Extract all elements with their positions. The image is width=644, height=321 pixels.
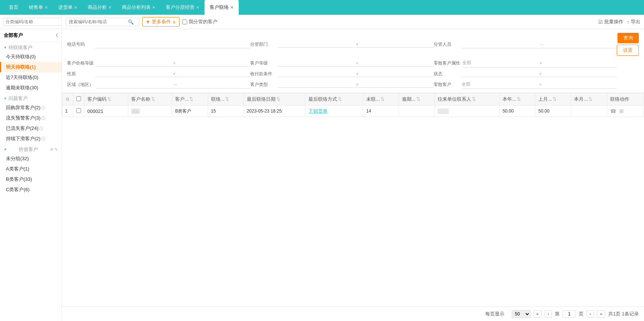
page-size-label: 每页显示 <box>485 311 504 317</box>
sort-icon[interactable]: ⇅ <box>588 96 592 102</box>
filter-row-2: 客户价格等级 ∨ 客户等级 ∨ 零散客户属性 全部 <box>67 59 639 68</box>
sidebar-item-overdue[interactable]: 逾期未联络(30) <box>0 83 62 93</box>
page-input[interactable] <box>563 310 576 318</box>
nav-item-customer-tier[interactable]: 客户分层经营 ✕ <box>161 0 204 15</box>
more-icon[interactable]: ··· <box>174 82 251 87</box>
td-last-date: 2023-05-23 18:25: <box>244 106 305 117</box>
sidebar-item-churned[interactable]: 已流失客户(24) ⓘ <box>0 123 62 134</box>
nav-item-home[interactable]: 首页 <box>4 0 24 15</box>
sidebar-group-title-pending: 待联络客户 <box>0 42 62 52</box>
td-check[interactable] <box>73 106 84 117</box>
filter-select-retail-attr[interactable]: 全部 ∨ <box>462 59 617 68</box>
my-customers-checkbox[interactable] <box>182 20 187 24</box>
info-icon: ⓘ <box>39 126 43 131</box>
grid-icon[interactable]: ⊞ <box>619 108 624 114</box>
last-page-btn[interactable]: » <box>597 310 605 318</box>
sidebar-item-ungrouped[interactable]: 未分组(32) <box>0 153 62 164</box>
query-button[interactable]: 查询 <box>617 33 639 43</box>
close-icon[interactable]: ✕ <box>196 5 199 10</box>
sort-icon[interactable]: ⇅ <box>553 96 557 102</box>
sort-icon[interactable]: ⇅ <box>472 96 476 102</box>
filter-select-nature[interactable]: ∨ <box>95 70 250 77</box>
first-page-btn[interactable]: « <box>533 310 542 318</box>
close-icon[interactable]: ✕ <box>152 5 155 10</box>
sidebar-item-week-pending[interactable]: 近7天待联络(0) <box>0 72 62 83</box>
edit-icon[interactable]: ⟳ ✎ <box>50 147 58 152</box>
sort-icon[interactable]: ⇅ <box>225 96 229 102</box>
search-box: 🔍 <box>66 18 139 26</box>
info-icon: ⓘ <box>41 136 45 142</box>
th-check[interactable] <box>73 93 84 106</box>
filter-label-status: 状态 <box>434 71 459 77</box>
filter-input-phone[interactable] <box>95 41 250 48</box>
nav-item-goods-analysis-list[interactable]: 商品分析列表 ✕ <box>117 0 161 15</box>
th-last-month: 上月...⇅ <box>535 93 571 106</box>
sidebar-item-repurchase-abnormal[interactable]: 回购异常客户(2) ⓘ <box>0 103 62 113</box>
td-last-method[interactable]: 下销货单 <box>305 106 363 117</box>
phone-icon[interactable]: ☎ <box>610 108 616 114</box>
sidebar-item-today-pending[interactable]: 今天待联络(0) <box>0 52 62 62</box>
th-last-date: 最后联络日期⇅ <box>244 93 305 106</box>
sidebar-item-tomorrow-pending[interactable]: 明天待联络(1) <box>0 62 62 72</box>
filter-select-price-level[interactable]: ∨ <box>96 60 250 66</box>
sort-icon[interactable]: ⇅ <box>338 96 342 102</box>
nav-item-sales[interactable]: 销售单 ✕ <box>24 0 53 15</box>
filter-select-customer-type[interactable]: ∨ <box>278 81 433 88</box>
filter-cell-region: 区域（地区） ··· <box>67 81 250 89</box>
sidebar-all-customers[interactable]: 全部客户 《 <box>0 29 62 42</box>
nav-item-goods-analysis[interactable]: 商品分析 ✕ <box>83 0 117 15</box>
filter-select-region[interactable]: ··· <box>96 81 250 89</box>
filter-cell-price-level: 客户价格等级 ∨ <box>67 60 250 66</box>
td-last-month: 50.00 <box>535 106 571 117</box>
filter-select-dept[interactable]: ∨ <box>278 41 433 48</box>
sidebar-search-input[interactable] <box>3 18 62 26</box>
export-btn[interactable]: ↑ 导出 <box>627 18 641 25</box>
sort-icon[interactable]: ⇅ <box>517 96 521 102</box>
page-size-select[interactable]: 50 10 20 100 <box>512 310 531 318</box>
th-contacts: 联络...⇅ <box>208 93 244 106</box>
th-action: 联络动作 <box>607 93 644 106</box>
filter-more-btn[interactable]: ▼ 更多条件 ∧ <box>142 17 179 27</box>
sidebar: 🔍 全部客户 《 待联络客户 今天待联络(0) 明天待联络(1) 近7天待联络(… <box>0 15 62 321</box>
sort-icon[interactable]: ⇅ <box>151 96 155 102</box>
filter-label-retail-customer: 零散客户 <box>434 82 459 88</box>
collapse-icon: 《 <box>53 32 58 39</box>
batch-operation-btn[interactable]: ☑ 批量操作 <box>598 18 623 25</box>
close-icon[interactable]: ✕ <box>108 5 112 10</box>
pagination-footer: 每页显示 50 10 20 100 « ‹ 第 页 › » 共1页 1条记录 <box>62 307 644 321</box>
sidebar-item-class-c[interactable]: C类客户(6) <box>0 184 62 195</box>
sidebar-item-churn-warning[interactable]: 流失预警客户(3) ⓘ <box>0 113 62 123</box>
sidebar-item-declining[interactable]: 持续下滑客户(2) ⓘ <box>0 134 62 144</box>
td-actions: ☎ ⊞ <box>607 106 644 117</box>
reset-button[interactable]: 设置 <box>617 45 639 56</box>
filter-select-retail-customer[interactable]: 全部 ∨ <box>462 80 617 89</box>
chevron-down-icon: ∨ <box>356 72 434 76</box>
sidebar-item-class-a[interactable]: A类客户(1) <box>0 164 62 174</box>
th-this-year: 本年...⇅ <box>500 93 535 106</box>
th-gear[interactable]: ⚙ <box>62 93 73 106</box>
sort-icon[interactable]: ⇅ <box>416 96 420 102</box>
search-icon[interactable]: 🔍 <box>128 19 134 25</box>
close-icon[interactable]: ✕ <box>74 5 77 10</box>
nav-item-purchase[interactable]: 进货单 ✕ <box>53 0 83 15</box>
select-all-checkbox[interactable] <box>76 96 81 101</box>
sort-icon[interactable]: ⇅ <box>276 96 280 102</box>
more-icon[interactable]: ··· <box>540 42 617 47</box>
filter-select-manager[interactable]: ··· <box>462 41 617 48</box>
prev-page-btn[interactable]: ‹ <box>545 310 552 318</box>
close-icon[interactable]: ✕ <box>45 5 48 10</box>
nav-item-customer-contact[interactable]: 客户联络 ✕ <box>204 0 239 15</box>
sidebar-item-class-b[interactable]: B类客户(33) <box>0 174 62 184</box>
last-contact-method-link[interactable]: 下销货单 <box>308 108 328 114</box>
sort-icon[interactable]: ⇅ <box>381 96 385 102</box>
next-page-btn[interactable]: › <box>587 310 594 318</box>
sidebar-search-box: 🔍 <box>0 15 62 29</box>
filter-select-payment[interactable]: ∨ <box>278 70 433 77</box>
row-checkbox[interactable] <box>76 108 81 113</box>
close-icon[interactable]: ✕ <box>230 5 234 10</box>
filter-select-customer-level[interactable]: ∨ <box>278 60 433 66</box>
filter-select-status[interactable]: ∨ <box>462 70 617 77</box>
search-input[interactable] <box>69 19 128 24</box>
sort-icon[interactable]: ⇅ <box>107 96 111 102</box>
sort-icon[interactable]: ⇅ <box>189 96 193 102</box>
